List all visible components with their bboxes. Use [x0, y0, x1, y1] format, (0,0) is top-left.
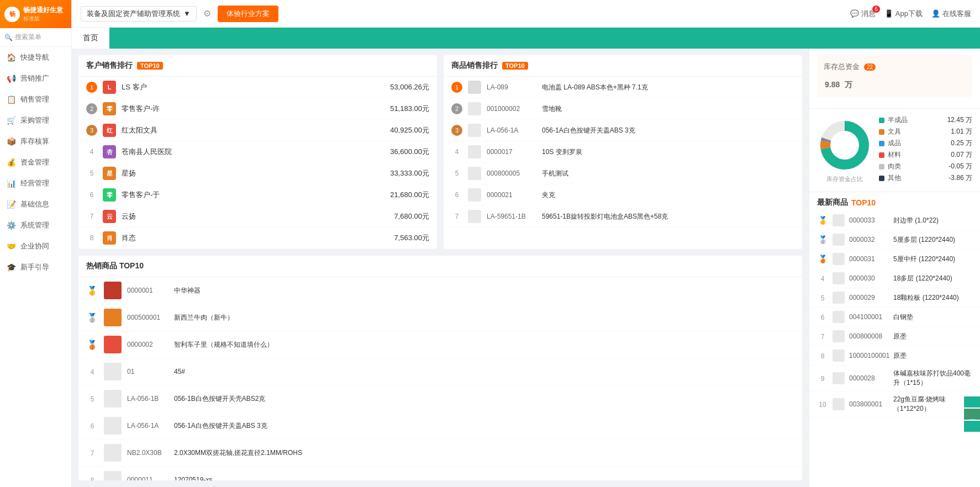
sidebar-item-operations[interactable]: 📊 经营管理: [0, 173, 71, 194]
rank-num-5: 5: [86, 170, 97, 177]
donut-label: 库存资金占比: [817, 175, 872, 183]
prod-code-2: 001000002: [487, 105, 536, 113]
legend-val-3: 0.07 万: [951, 150, 972, 160]
new-thumb-1: [833, 214, 845, 226]
new-name-5: 18颗粒板 (1220*2440): [893, 293, 972, 303]
sidebar-nav: 🏠 快捷导航 📢 营销推广 📋 销售管理 🛒 采购管理 📦 库存核算 💰 资金管…: [0, 47, 71, 487]
finance-label: 资金管理: [20, 157, 49, 167]
hot-thumb-6: [104, 417, 122, 435]
prod-name-6: 夹克: [542, 190, 794, 200]
new-products-section: 最新商品 TOP10 🥇 0000033 封边带 (1.0*22) 🥈 0000…: [809, 192, 980, 417]
new-rank-3: 🥉: [817, 255, 828, 263]
donut-svg: [817, 118, 872, 173]
page-tabs: 首页: [72, 28, 980, 49]
search-menu[interactable]: 🔍 搜索菜单: [0, 28, 71, 47]
system-label: 系统管理: [20, 220, 49, 230]
hot-product-row-7: 7 NB2.0X30B 2.0X30MM双搓花轴,搓花直径2.1MM/ROHS: [78, 440, 802, 467]
new-product-row-4: 4 0000030 18多层 (1220*2440): [809, 269, 980, 288]
sidebar-item-guide[interactable]: 🎓 新手引导: [0, 257, 71, 278]
donut-chart-wrap: 库存资金占比: [817, 118, 872, 183]
service-icon: 👤: [931, 9, 940, 18]
chevron-down-icon: ▼: [183, 9, 191, 18]
customer-rank-row: 5 星 星扬 33,333.00元: [78, 163, 437, 184]
trial-button[interactable]: 体验行业方案: [218, 6, 278, 22]
hot-name-4: 45#: [174, 368, 794, 375]
new-num-10: 10: [819, 401, 826, 409]
new-name-9: 体碱嘉枝味苏打饮品400毫升（1*15）: [893, 369, 972, 388]
online-service[interactable]: 👤 在线客服: [931, 9, 971, 19]
prod-name-7: 59651-1B旋转投影灯电池盒ABS黑色+58克: [542, 212, 794, 221]
hot-thumb-4: [104, 363, 122, 380]
prod-code-3: LA-056-1A: [487, 126, 536, 134]
new-thumb-9: [833, 372, 845, 384]
app-download[interactable]: 📱 App下载: [884, 9, 923, 19]
inventory-amount-value: 9.88: [825, 80, 840, 89]
product-row-4: 4 0000017 10S 变刹罗泉: [444, 141, 802, 163]
notifications-badge: 6: [872, 6, 880, 13]
hot-code-1: 0000001: [127, 287, 168, 294]
customer-rank-row: 8 肖 肖态 7,563.00元: [78, 227, 437, 249]
hot-code-8: 0000011: [127, 476, 168, 480]
new-rank-6: 6: [817, 313, 828, 321]
sidebar-item-enterprise[interactable]: 🤝 企业协同: [0, 236, 71, 257]
new-medal-1: 🥇: [818, 216, 828, 225]
app-logo: 畅 畅捷通好生意 标准版: [0, 0, 71, 28]
customer-rank-row: 4 杏 苍南县人民医院 36,600.00元: [78, 141, 437, 163]
sidebar-item-purchase[interactable]: 🛒 采购管理: [0, 110, 71, 131]
tab-home[interactable]: 首页: [72, 28, 109, 49]
sidebar-item-sales[interactable]: 📋 销售管理: [0, 89, 71, 110]
new-name-1: 封边带 (1.0*22): [893, 216, 972, 225]
hot-product-row-8: 8 0000011 12070519-xs: [78, 467, 802, 480]
new-num-6: 6: [821, 314, 825, 321]
legend-val-1: 1.01 万: [951, 127, 972, 136]
inventory-icon: 📦: [7, 137, 16, 146]
inventory-section-label: 库存总资金: [824, 62, 860, 72]
float-btn-live[interactable]: 直播: [964, 421, 980, 432]
prod-rank-4: 4: [451, 148, 462, 156]
new-rank-2: 🥈: [817, 235, 828, 244]
new-code-8: 10000100001: [849, 352, 889, 359]
legend-name-1: 文具: [888, 127, 947, 136]
sidebar-item-marketing[interactable]: 📢 营销推广: [0, 68, 71, 89]
prod-name-2: 雪地靴: [542, 104, 794, 114]
legend-item-2: 成品 0.25 万: [879, 139, 972, 148]
logo-text-wrap: 畅捷通好生意 标准版: [23, 6, 63, 23]
new-thumb-3: [833, 253, 845, 265]
sales-icon: 📋: [7, 95, 16, 104]
product-row-5: 5 000800005 手机测试: [444, 163, 802, 184]
rank-num-1: 1: [86, 82, 97, 93]
float-btn-service[interactable]: 客服热线: [964, 396, 980, 407]
float-btn-community[interactable]: 服务社区: [964, 409, 980, 420]
sidebar-item-finance[interactable]: 💰 资金管理: [0, 152, 71, 173]
prod-rank-5: 5: [451, 170, 462, 177]
new-code-10: 003800001: [849, 400, 889, 408]
hot-name-2: 新西兰牛肉（新牛）: [174, 313, 794, 322]
customer-avatar-4: 杏: [103, 145, 116, 158]
sidebar-item-inventory[interactable]: 📦 库存核算: [0, 131, 71, 152]
guide-icon: 🎓: [7, 263, 16, 272]
inventory-section: 库存总资金 22 9.88 万: [809, 49, 980, 109]
prod-rank-1: 1: [451, 82, 462, 93]
new-num-7: 7: [821, 333, 825, 341]
new-rank-5: 5: [817, 294, 828, 302]
notifications[interactable]: 💬 消息 6: [850, 9, 876, 19]
customer-ranking-card: 客户销售排行 TOP10 1 L LS 客户 53,006.26元: [78, 55, 437, 249]
system-select[interactable]: 装备及固定资产辅助管理系统 ▼: [81, 6, 197, 22]
sidebar-item-system[interactable]: ⚙️ 系统管理: [0, 215, 71, 236]
hot-code-2: 000500001: [127, 314, 168, 321]
legend-item-0: 半成品 12.45 万: [879, 115, 972, 125]
prod-code-5: 000800005: [487, 170, 536, 177]
sidebar-item-quick-nav[interactable]: 🏠 快捷导航: [0, 47, 71, 68]
hot-rank-3: 🥉: [86, 340, 98, 350]
donut-section: 库存资金占比 半成品 12.45 万 文具 1.01 万: [809, 109, 980, 192]
settings-icon[interactable]: ⚙: [203, 8, 211, 19]
customer-name-7: 云扬: [122, 211, 388, 221]
new-rank-1: 🥇: [817, 216, 828, 225]
legend-val-5: -3.86 万: [949, 173, 972, 183]
legend-name-0: 半成品: [888, 115, 944, 125]
legend-val-4: -0.05 万: [949, 162, 972, 171]
new-product-row-2: 🥈 0000032 5厘多层 (1220*2440): [809, 230, 980, 250]
new-name-2: 5厘多层 (1220*2440): [893, 235, 972, 245]
sidebar-item-basics[interactable]: 📝 基础信息: [0, 194, 71, 215]
purchase-icon: 🛒: [7, 116, 16, 125]
